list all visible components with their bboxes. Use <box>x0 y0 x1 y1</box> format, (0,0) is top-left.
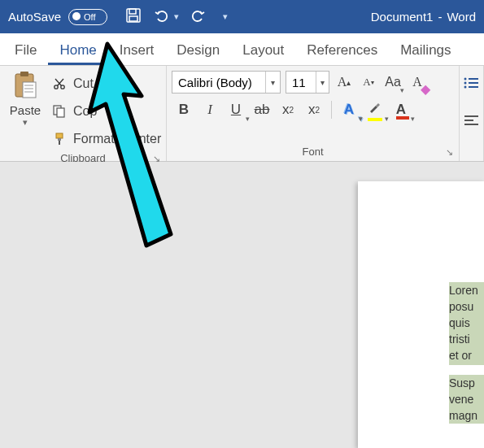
svg-rect-14 <box>57 108 64 117</box>
qat-customize-icon[interactable]: ▾ <box>223 11 228 22</box>
svg-rect-4 <box>20 72 28 76</box>
ribbon: Paste ▾ Cut Cop <box>0 66 484 162</box>
title-sep: - <box>438 10 442 24</box>
cut-button[interactable]: Cut <box>52 72 161 95</box>
copy-icon <box>52 105 67 118</box>
change-case-button[interactable]: Aa▾ <box>383 72 403 93</box>
font-color-icon: A <box>396 102 406 118</box>
bullets-button[interactable] <box>462 72 482 94</box>
clipboard-icon <box>14 71 37 98</box>
paste-label: Paste <box>10 103 41 117</box>
underline-button[interactable]: U▾ <box>224 98 248 121</box>
tab-mailings[interactable]: Mailings <box>389 36 462 65</box>
brush-icon <box>52 133 67 146</box>
tab-references[interactable]: References <box>295 36 389 65</box>
toggle-text: Off <box>84 12 95 22</box>
svg-point-17 <box>464 78 466 80</box>
strikethrough-button[interactable]: ab <box>250 98 274 121</box>
bullets-icon <box>464 77 480 89</box>
document-text: Susp vene magn <box>449 375 484 424</box>
grow-font-button[interactable]: A▴ <box>334 72 354 93</box>
autosave-toggle[interactable]: Off <box>68 9 107 25</box>
font-launcher-icon[interactable]: ↘ <box>446 147 453 158</box>
svg-rect-15 <box>56 133 63 138</box>
undo-dropdown-icon[interactable]: ▾ <box>174 11 179 22</box>
font-name-value: Calibri (Body) <box>178 76 252 89</box>
copy-button[interactable]: Cop <box>52 100 161 123</box>
svg-rect-2 <box>129 16 137 21</box>
subscript-button[interactable]: x2 <box>276 98 300 121</box>
paste-button[interactable]: Paste ▾ <box>3 69 47 150</box>
tab-layout[interactable]: Layout <box>231 36 295 65</box>
scissors-icon <box>52 77 67 90</box>
font-size-combo[interactable]: 11 ▾ <box>286 71 329 94</box>
group-font: Calibri (Body) ▾ 11 ▾ A▴ A▾ Aa▾ A◆ B I U… <box>167 66 460 161</box>
autosave-group: AutoSave Off <box>8 9 107 25</box>
save-icon[interactable] <box>125 7 142 26</box>
doc-name: Document1 <box>371 10 434 24</box>
document-canvas: Loren posu quis tristi et or Susp vene m… <box>0 162 484 448</box>
window-title: Document1 - Word <box>371 10 476 24</box>
group-clipboard: Paste ▾ Cut Cop <box>0 66 167 161</box>
ribbon-tabs: File Home Insert Design Layout Reference… <box>0 33 484 66</box>
title-bar: AutoSave Off ▾ ▾ Document1 - Word <box>0 0 484 33</box>
superscript-button[interactable]: x2 <box>302 98 326 121</box>
format-painter-button[interactable]: Format nter <box>52 128 161 150</box>
font-name-combo[interactable]: Calibri (Body) ▾ <box>172 71 281 94</box>
redo-icon[interactable] <box>190 7 207 26</box>
clear-formatting-button[interactable]: A◆ <box>408 72 427 93</box>
document-page[interactable]: Loren posu quis tristi et or Susp vene m… <box>358 181 484 448</box>
toggle-knob-icon <box>72 12 81 20</box>
svg-point-19 <box>464 82 466 85</box>
format-painter-label2: nter <box>139 132 162 146</box>
eraser-icon: A◆ <box>412 75 422 89</box>
autosave-label: AutoSave <box>8 10 61 24</box>
tab-file[interactable]: File <box>0 36 48 65</box>
undo-icon[interactable] <box>153 7 169 26</box>
font-group-label: Font ↘ <box>167 144 459 161</box>
highlight-color-button[interactable]: ▾ <box>363 98 387 121</box>
document-text: Loren posu quis tristi et or <box>449 282 484 363</box>
tab-home[interactable]: Home <box>48 36 107 65</box>
align-left-icon <box>464 115 480 126</box>
format-painter-label: Format <box>73 132 115 146</box>
svg-rect-1 <box>129 9 136 14</box>
svg-point-21 <box>464 86 466 89</box>
font-row-2: B I U▾ ab x2 x2 A▾ ▾ A▾ <box>172 98 454 121</box>
shrink-font-button[interactable]: A▾ <box>359 72 378 93</box>
cut-label: Cut <box>73 76 94 91</box>
copy-label: Cop <box>73 104 97 119</box>
bold-button[interactable]: B <box>172 98 196 121</box>
quick-access-toolbar: ▾ ▾ <box>125 7 228 26</box>
font-size-dropdown-icon[interactable]: ▾ <box>316 72 329 93</box>
tab-design[interactable]: Design <box>165 36 231 65</box>
font-name-dropdown-icon[interactable]: ▾ <box>265 72 280 93</box>
separator <box>331 101 332 119</box>
tab-insert[interactable]: Insert <box>108 36 166 65</box>
svg-rect-5 <box>23 82 36 98</box>
italic-button[interactable]: I <box>198 98 222 121</box>
text-effects-button[interactable]: A▾ <box>337 98 361 121</box>
svg-rect-16 <box>58 138 61 141</box>
group-paragraph <box>460 66 484 161</box>
font-size-value: 11 <box>292 76 306 89</box>
highlighter-icon <box>368 101 382 120</box>
paste-dropdown-icon[interactable]: ▾ <box>23 117 28 128</box>
align-left-button[interactable] <box>462 110 482 131</box>
font-row-1: Calibri (Body) ▾ 11 ▾ A▴ A▾ Aa▾ A◆ <box>172 71 454 94</box>
app-name: Word <box>447 10 476 24</box>
font-color-button[interactable]: A▾ <box>389 98 413 121</box>
